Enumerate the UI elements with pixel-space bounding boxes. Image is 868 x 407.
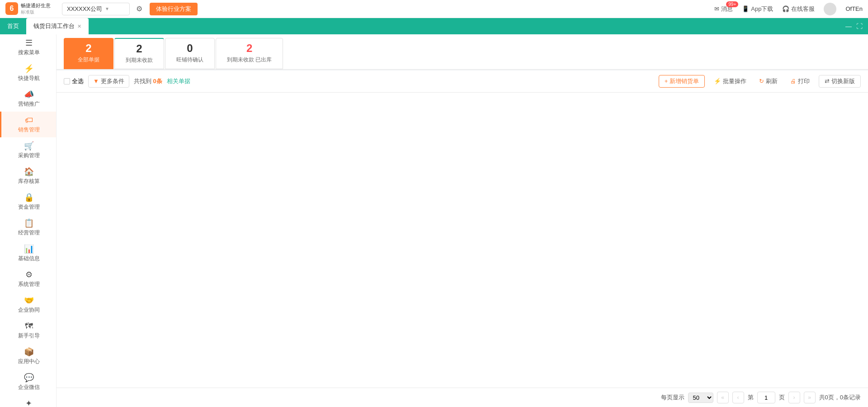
close-icon[interactable]: ✕ — [77, 23, 81, 29]
sidebar-item-purchase[interactable]: 🛒 采购管理 — [0, 137, 56, 163]
stats-tab-wangpu-label: 旺铺待确认 — [176, 56, 203, 64]
per-page-label: 每页显示 — [661, 393, 684, 402]
sidebar-item-app-center[interactable]: 📦 应用中心 — [0, 343, 56, 369]
refresh-button[interactable]: ↻ 刷新 — [755, 75, 781, 87]
found-text: 共找到 0条 — [134, 77, 162, 85]
stats-tab-shipped-number: 2 — [246, 42, 252, 55]
layout: ☰ 搜索菜单 ⚡ 快捷导航 📣 营销推广 🏷 销售管理 🛒 采购管理 🏠 库存核… — [0, 34, 868, 407]
sidebar-label: 搜索菜单 — [18, 49, 40, 56]
service-icon: 🎧 — [782, 5, 789, 12]
stats-tab-all[interactable]: 2 全部单据 — [64, 38, 113, 69]
add-button[interactable]: + 新增销货单 — [659, 75, 705, 88]
last-page-button[interactable]: » — [804, 392, 816, 403]
page-suffix: 页 — [779, 393, 785, 402]
message-icon: ✉ — [714, 5, 719, 12]
prev-page-button[interactable]: ‹ — [732, 392, 744, 403]
stats-tab-all-number: 2 — [85, 42, 91, 55]
found-prefix: 共找到 — [134, 78, 151, 84]
switch-version-button[interactable]: ⇄ 切换新版 — [819, 75, 861, 88]
sidebar-label: 应用中心 — [18, 358, 40, 365]
related-link[interactable]: 相关单据 — [167, 77, 190, 85]
purchase-icon: 🛒 — [24, 142, 34, 150]
sidebar-item-enterprise-wechat[interactable]: 💬 企业微信 — [0, 369, 56, 395]
cooperation-icon: 🤝 — [24, 296, 34, 304]
sidebar-item-system[interactable]: ⚙ 系统管理 — [0, 266, 56, 292]
pagination: 每页显示 50 100 200 « ‹ 第 页 › » 共0页，0条记录 — [57, 388, 868, 407]
stats-tab-wangpu[interactable]: 0 旺铺待确认 — [165, 38, 215, 69]
select-all-checkbox[interactable]: 全选 — [64, 77, 84, 85]
table-area — [57, 93, 868, 388]
marketing-icon: 📣 — [24, 90, 34, 98]
quick-nav-icon: ⚡ — [24, 65, 34, 73]
stats-tab-overdue[interactable]: 2 到期未收款 — [114, 38, 164, 69]
stats-tab-overdue-label: 到期未收款 — [126, 56, 153, 64]
sidebar-item-operations[interactable]: 📋 经营管理 — [0, 215, 56, 240]
header-right: ✉ 消息 99+ 📱 App下载 🎧 在线客服 OfTEn — [714, 3, 863, 15]
batch-button[interactable]: ⚡ 批量操作 — [710, 75, 750, 87]
sidebar-item-inventory[interactable]: 🏠 库存核算 — [0, 163, 56, 189]
logo-sub: 标准版 — [21, 9, 51, 15]
stats-tab-shipped[interactable]: 2 到期未收款 已出库 — [216, 38, 283, 69]
nav-tab-actions: — ⛶ — [845, 23, 868, 30]
filter-label: 更多条件 — [101, 77, 124, 85]
sidebar: ☰ 搜索菜单 ⚡ 快捷导航 📣 营销推广 🏷 销售管理 🛒 采购管理 🏠 库存核… — [0, 34, 57, 407]
checkbox-input[interactable] — [64, 78, 70, 84]
vip-icon: ✦ — [25, 399, 32, 407]
batch-label: 批量操作 — [723, 77, 746, 85]
sidebar-item-finance[interactable]: 🔒 资金管理 — [0, 189, 56, 215]
sidebar-item-quick-nav[interactable]: ⚡ 快捷导航 — [0, 60, 56, 86]
sidebar-label: 经营管理 — [18, 229, 40, 237]
sidebar-item-vip[interactable]: ✦ 畅会员 — [0, 395, 56, 407]
print-label: 打印 — [798, 77, 810, 85]
page-input[interactable] — [757, 392, 775, 403]
sidebar-item-cooperation[interactable]: 🤝 企业协同 — [0, 292, 56, 318]
stats-tab-all-label: 全部单据 — [78, 56, 99, 64]
found-count: 0条 — [153, 78, 162, 84]
filter-button[interactable]: ▼ 更多条件 — [88, 75, 129, 88]
app-download-button[interactable]: 📱 App下载 — [742, 5, 773, 13]
tab-workbench[interactable]: 钱货日清工作台 ✕ — [26, 18, 89, 34]
sales-icon: 🏷 — [25, 116, 33, 124]
online-service-button[interactable]: 🎧 在线客服 — [782, 5, 815, 13]
maximize-icon[interactable]: ⛶ — [856, 23, 863, 30]
sidebar-item-search-menu[interactable]: ☰ 搜索菜单 — [0, 34, 56, 60]
logo-icon: 6 — [5, 2, 18, 15]
sidebar-label: 营销推广 — [18, 100, 40, 108]
sidebar-label: 采购管理 — [18, 152, 40, 159]
first-page-button[interactable]: « — [717, 392, 729, 403]
logo: 6 畅捷通好生意 标准版 — [5, 2, 62, 15]
print-button[interactable]: 🖨 打印 — [787, 75, 813, 87]
tab-home[interactable]: 首页 — [0, 18, 26, 34]
sidebar-item-guide[interactable]: 🗺 新手引导 — [0, 318, 56, 343]
page-size-select[interactable]: 50 100 200 — [688, 393, 713, 403]
system-icon: ⚙ — [25, 271, 33, 279]
stats-tab-overdue-number: 2 — [136, 42, 142, 56]
company-selector[interactable]: XXXXXX公司 ▼ — [62, 3, 130, 15]
filter-icon: ▼ — [93, 78, 99, 84]
inventory-icon: 🏠 — [24, 168, 34, 176]
logo-text: 畅捷通好生意 — [21, 2, 51, 9]
avatar-name: OfTEn — [845, 5, 863, 12]
sidebar-label: 资金管理 — [18, 203, 40, 211]
operations-icon: 📋 — [24, 219, 34, 227]
batch-icon: ⚡ — [714, 78, 721, 84]
sidebar-item-sales[interactable]: 🏷 销售管理 — [0, 112, 56, 137]
avatar[interactable] — [824, 3, 836, 15]
minimize-icon[interactable]: — — [845, 23, 852, 30]
search-menu-icon: ☰ — [25, 39, 33, 47]
basic-info-icon: 📊 — [24, 245, 34, 253]
company-name: XXXXXX公司 — [67, 5, 102, 13]
sidebar-item-basic-info[interactable]: 📊 基础信息 — [0, 240, 56, 266]
refresh-icon: ↻ — [759, 78, 764, 84]
finance-icon: 🔒 — [24, 193, 34, 201]
tab-workbench-label: 钱货日清工作台 — [33, 22, 75, 30]
settings-icon[interactable]: ⚙ — [134, 3, 144, 15]
next-page-button[interactable]: › — [788, 392, 800, 403]
online-service-label: 在线客服 — [791, 5, 815, 13]
messages-button[interactable]: ✉ 消息 99+ — [714, 5, 733, 13]
toolbar-left: 全选 ▼ 更多条件 共找到 0条 相关单据 — [64, 75, 653, 88]
sidebar-label: 企业微信 — [18, 384, 40, 391]
sidebar-item-marketing[interactable]: 📣 营销推广 — [0, 86, 56, 112]
experience-button[interactable]: 体验行业方案 — [150, 3, 198, 15]
print-icon: 🖨 — [790, 78, 796, 84]
